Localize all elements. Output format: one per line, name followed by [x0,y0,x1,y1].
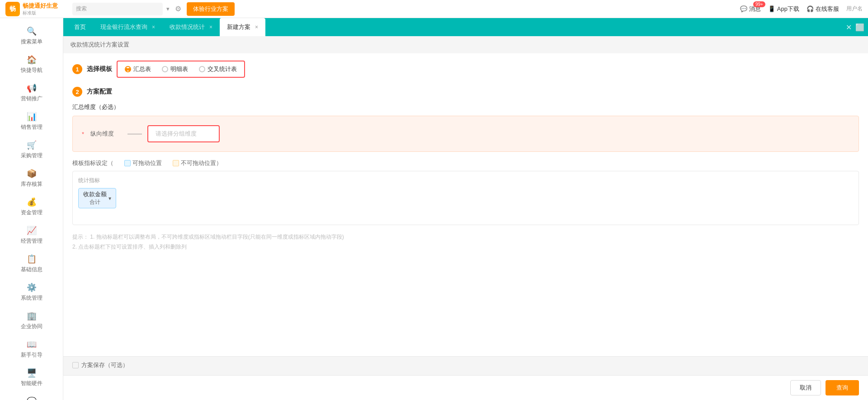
username-text: 用户名 [846,5,863,12]
sidebar-item-label: 销售管理 [21,123,42,131]
logo-abbr: 畅 [9,5,16,13]
draggable-hint: 可拖动位置 [124,159,162,167]
marketing-icon: 📢 [27,83,37,93]
operations-icon: 📈 [27,226,37,235]
required-mark: * [82,131,84,137]
header-right-area: 💬 消息 99+ 📱 App下载 🎧 在线客服 用户名 [740,5,863,13]
settings-icon[interactable]: ⚙ [175,5,181,13]
search-menu-icon: 🔍 [27,26,37,36]
draggable-label: 可拖动位置 [132,159,162,167]
form-container: 1 选择模板 汇总表 明细表 [63,53,868,356]
tab-maximize-icon[interactable]: ⬜ [855,23,864,32]
online-service-button[interactable]: 🎧 在线客服 [807,5,839,13]
dimension-row: * 纵向维度 —— 请选择分组维度 [82,125,849,142]
inventory-icon: 📦 [27,169,37,179]
sidebar-item-operations[interactable]: 📈 经营管理 [0,221,63,249]
sidebar-item-system[interactable]: ⚙️ 系统管理 [0,278,63,306]
message-button[interactable]: 💬 消息 99+ [740,5,761,13]
tab-new-plan-label: 新建方案 [227,23,250,31]
radio-summary[interactable]: 汇总表 [125,65,151,73]
main-wrapper: 🔍 搜索菜单 🏠 快捷导航 📢 营销推广 📊 销售管理 🛒 采购管理 📦 库存核… [0,18,868,400]
trial-button[interactable]: 体验行业方案 [187,2,235,16]
radio-cross-label: 交叉统计表 [208,65,237,73]
content-area: 首页 现金银行流水查询 × 收款情况统计 × 新建方案 × ✕ ⬜ [63,18,868,400]
radio-detail-label: 明细表 [170,65,188,73]
cancel-button[interactable]: 取消 [790,380,821,395]
edition-badge: 标准版 [23,10,58,16]
metric-tag-sub: 合计 [90,198,100,206]
tab-collection[interactable]: 收款情况统计 × [162,18,220,36]
page-content: 收款情况统计方案设置 1 选择模板 汇总表 [63,36,868,375]
sidebar-item-label: 智能硬件 [21,380,42,387]
tab-collection-close[interactable]: × [209,24,212,30]
sidebar-item-label: 库存核算 [21,180,42,188]
tab-home[interactable]: 首页 [67,18,93,36]
sidebar-item-finance[interactable]: 💰 资金管理 [0,193,63,221]
radio-detail[interactable]: 明细表 [162,65,188,73]
sidebar-item-label: 快捷导航 [21,66,42,74]
header-search-box[interactable]: 搜索 [72,3,163,15]
step2-section: 2 方案配置 汇总维度（必选） * 纵向维度 —— 请选择分组维度 [72,87,859,252]
radio-detail-circle [162,66,168,72]
download-icon: 📱 [768,5,775,12]
tab-close-icon[interactable]: ✕ [846,23,852,32]
metrics-area: 统计指标 收款金额 合计 ▾ [72,171,859,225]
sidebar-item-collab[interactable]: 🏢 企业协同 [0,306,63,335]
tab-cashflow[interactable]: 现金银行流水查询 × [93,18,162,36]
tab-home-label: 首页 [74,23,86,31]
tab-new-plan[interactable]: 新建方案 × [220,18,265,36]
sidebar-item-basic-info[interactable]: 📋 基础信息 [0,249,63,278]
tab-cashflow-close[interactable]: × [152,24,155,30]
sidebar-item-marketing[interactable]: 📢 营销推广 [0,79,63,107]
wechat-icon: 💬 [27,396,37,400]
metric-tag-revenue[interactable]: 收款金额 合计 ▾ [78,188,116,208]
dropdown-arrow-icon[interactable]: ▾ [166,5,170,12]
sidebar-item-sales[interactable]: 📊 销售管理 [0,107,63,136]
step1-section: 1 选择模板 汇总表 明细表 [72,61,859,78]
non-draggable-label: 不可拖动位置） [181,159,222,167]
sidebar-item-home[interactable]: 🏠 快捷导航 [0,50,63,79]
app-download-button[interactable]: 📱 App下载 [768,5,799,13]
save-option[interactable]: 方案保存（可选） [72,361,128,369]
query-button[interactable]: 查询 [826,380,859,395]
page-footer: 方案保存（可选） [63,356,868,374]
sidebar-item-purchase[interactable]: 🛒 采购管理 [0,136,63,164]
tip-1: 提示： 1. 拖动标题栏可以调整布局，不可跨维度或指标区域拖动栏目字段(只能在同… [72,232,859,242]
template-selection-box: 汇总表 明细表 交叉统计表 [117,61,245,78]
sidebar-item-guide[interactable]: 📖 新手引导 [0,335,63,363]
hardware-icon: 🖥️ [27,368,37,378]
arrow-icon: —— [127,130,142,138]
metrics-header: 模板指标设定（ 可拖动位置 不可拖动位置） [72,159,859,167]
app-name: 畅捷通好生意 [23,2,58,10]
logo-area: 畅 畅捷通好生意 标准版 [5,2,69,16]
sidebar-item-label: 资金管理 [21,209,42,216]
radio-summary-circle [125,66,131,72]
message-badge: 99+ [753,1,765,7]
step2-num: 2 [72,87,82,97]
logo-text-area: 畅捷通好生意 标准版 [23,2,58,16]
step2-title: 方案配置 [87,88,112,96]
sidebar-item-inventory[interactable]: 📦 库存核算 [0,164,63,193]
guide-icon: 📖 [27,339,37,349]
save-checkbox[interactable] [72,362,79,368]
finance-icon: 💰 [27,197,37,207]
page-title: 收款情况统计方案设置 [71,41,129,48]
dimension-select[interactable]: 请选择分组维度 [147,125,220,142]
dimension-placeholder: 请选择分组维度 [156,130,197,137]
metric-chevron-icon[interactable]: ▾ [108,195,111,202]
step1-title: 选择模板 [87,65,112,73]
search-placeholder: 搜索 [76,5,87,13]
tips-section: 提示： 1. 拖动标题栏可以调整布局，不可跨维度或指标区域拖动栏目字段(只能在同… [72,232,859,252]
sidebar-item-label: 基础信息 [21,266,42,273]
dimension-label: 纵向维度 [90,130,122,138]
system-icon: ⚙️ [27,282,37,292]
sidebar-item-hardware[interactable]: 🖥️ 智能硬件 [0,363,63,392]
tab-new-plan-close[interactable]: × [255,24,258,30]
user-info[interactable]: 用户名 [846,5,863,13]
dimension-title: 汇总维度（必选） [72,103,859,111]
page-title-bar: 收款情况统计方案设置 [63,36,868,53]
sidebar-item-wechat[interactable]: 💬 企业微信 [0,392,63,400]
sidebar-item-search[interactable]: 🔍 搜索菜单 [0,22,63,50]
radio-cross[interactable]: 交叉统计表 [199,65,237,73]
service-icon: 🎧 [807,5,814,12]
